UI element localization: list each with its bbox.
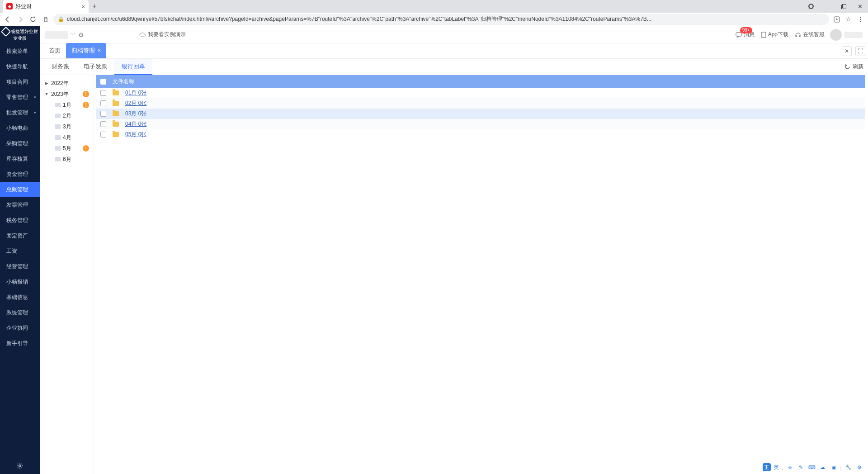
row-checkbox[interactable] [100,100,106,106]
ime-tool-icon[interactable]: 🔧 [844,463,853,471]
sidebar-item-label: 总账管理 [6,186,28,194]
close-icon[interactable]: ✕ [852,0,868,13]
svg-rect-3 [842,4,846,8]
sidebar-item-label: 库存核算 [6,155,28,163]
forward-icon[interactable] [15,14,25,24]
subtab-einvoice[interactable]: 电子发票 [76,59,114,75]
tree-year-2022[interactable]: ▶ 2022年 [42,78,92,89]
sidebar-item[interactable]: 税务管理 [0,213,40,228]
company-settings-icon[interactable]: ⚙ [78,31,84,38]
file-name-link[interactable]: 04月 0张 [125,120,146,128]
demo-link[interactable]: 我要看实例演示 [139,31,186,38]
tab-home[interactable]: 首页 [43,43,66,58]
new-tab-button[interactable]: + [92,2,96,10]
sidebar-item[interactable]: 工资 [0,243,40,259]
messages-button[interactable]: 99+ 消息 [736,31,755,38]
account-icon[interactable] [803,0,819,13]
table-row[interactable]: 01月 0张 [96,88,865,98]
subtab-finance[interactable]: 财务账 [44,59,76,75]
trash-icon[interactable] [41,14,51,24]
sidebar-item[interactable]: 基础信息 [0,289,40,305]
table-row[interactable]: 03月 0张 [96,109,865,119]
sidebar-item[interactable]: 新手引导 [0,336,40,351]
sidebar: 畅捷通好业财 专业版 搜索菜单快捷导航项目合同零售管理▾批发管理▾小畅电商采购管… [0,26,40,474]
select-all-checkbox[interactable] [100,79,106,85]
sidebar-item[interactable]: 小畅报销 [0,274,40,289]
minimize-icon[interactable]: — [819,0,835,13]
file-name-link[interactable]: 01月 0张 [125,89,146,97]
table-row[interactable]: 04月 0张 [96,119,865,129]
ime-image-icon[interactable]: ▣ [830,463,838,471]
alert-badge-icon: ! [83,102,89,108]
browser-tab-title: 好业财 [15,3,79,10]
app-download-button[interactable]: App下载 [761,31,788,38]
fullscreen-button[interactable]: ⛶ [855,46,865,56]
sidebar-item[interactable]: 小畅电商 [0,120,40,136]
sidebar-item[interactable]: 企业协同 [0,320,40,336]
menu-icon[interactable]: ⋮ [855,14,865,24]
folder-icon [55,124,61,129]
tree-year-2023[interactable]: ▼ 2023年 ! [42,89,92,100]
ime-settings-icon[interactable]: ⚙ [855,463,863,471]
ime-keyboard-icon[interactable]: ⌨ [808,463,816,471]
row-checkbox[interactable] [100,90,106,96]
ime-smile-icon[interactable]: ☺ [786,463,794,471]
sidebar-item-label: 税务管理 [6,217,28,224]
tab-archive[interactable]: 归档管理 × [66,43,106,58]
tree-month[interactable]: 2月 [52,110,92,121]
ime-logo-icon[interactable]: 王 [763,463,771,471]
tree-month[interactable]: 3月 [52,121,92,132]
table-row[interactable]: 05月 0张 [96,129,865,140]
sidebar-item[interactable]: 经营管理 [0,259,40,274]
sidebar-item[interactable]: 项目合同 [0,74,40,90]
install-icon[interactable] [832,14,842,24]
sidebar-item[interactable]: 搜索菜单 [0,43,40,59]
tree-label: 2月 [63,112,71,120]
chevron-down-icon: ﹀ [71,31,75,38]
sidebar-item[interactable]: 固定资产 [0,228,40,243]
back-icon[interactable] [3,14,13,24]
tab-close-icon[interactable]: × [81,3,85,10]
subtab-bank-receipt[interactable]: 银行回单 [114,59,152,75]
url-field[interactable]: 🔒 cloud.chanjet.com/cc/u6d89qwnryel/57bf… [53,14,829,25]
sidebar-item[interactable]: 系统管理 [0,305,40,320]
sidebar-item[interactable]: 批发管理▾ [0,105,40,120]
file-name-link[interactable]: 02月 0张 [125,100,146,107]
sidebar-item[interactable]: 零售管理▾ [0,90,40,105]
tab-close-icon[interactable]: × [98,47,101,54]
app-download-label: App下载 [768,31,788,38]
tree-month[interactable]: 1月! [52,100,92,110]
online-service-button[interactable]: 在线客服 [795,31,825,38]
refresh-button[interactable]: 刷新 [844,63,863,71]
sidebar-item[interactable]: 发票管理 [0,197,40,213]
tree-month[interactable]: 4月 [52,132,92,143]
sidebar-item[interactable]: 库存核算 [0,151,40,166]
sidebar-item[interactable]: 采购管理 [0,136,40,151]
close-all-tabs-button[interactable]: ✕ [842,46,852,56]
tree-month[interactable]: 6月 [52,154,92,165]
ime-edit-icon[interactable]: ✎ [797,463,805,471]
company-selector[interactable]: ﹀ ⚙ [45,31,131,39]
phone-icon [761,32,766,38]
table-row[interactable]: 02月 0张 [96,98,865,109]
maximize-icon[interactable] [835,0,852,13]
ime-lang[interactable]: 英 [774,464,779,471]
sidebar-item[interactable]: 资金管理 [0,166,40,182]
row-checkbox[interactable] [100,132,106,137]
settings-button[interactable] [0,458,40,474]
sidebar-item-label: 小畅电商 [6,124,28,132]
file-name-link[interactable]: 03月 0张 [125,110,146,118]
sidebar-item[interactable]: 总账管理 [0,182,40,197]
sidebar-item[interactable]: 快捷导航 [0,59,40,74]
tree-month[interactable]: 5月! [52,143,92,154]
browser-tab[interactable]: ◆ 好业财 × [3,0,89,13]
row-checkbox[interactable] [100,121,106,127]
file-name-link[interactable]: 05月 0张 [125,131,146,138]
row-checkbox[interactable] [100,111,106,117]
tab-home-label: 首页 [49,47,61,55]
bookmark-icon[interactable]: ☆ [844,14,854,24]
avatar[interactable] [830,29,842,41]
ime-cloud-icon[interactable]: ☁ [819,463,827,471]
folder-icon [55,157,61,161]
reload-icon[interactable] [28,14,38,24]
